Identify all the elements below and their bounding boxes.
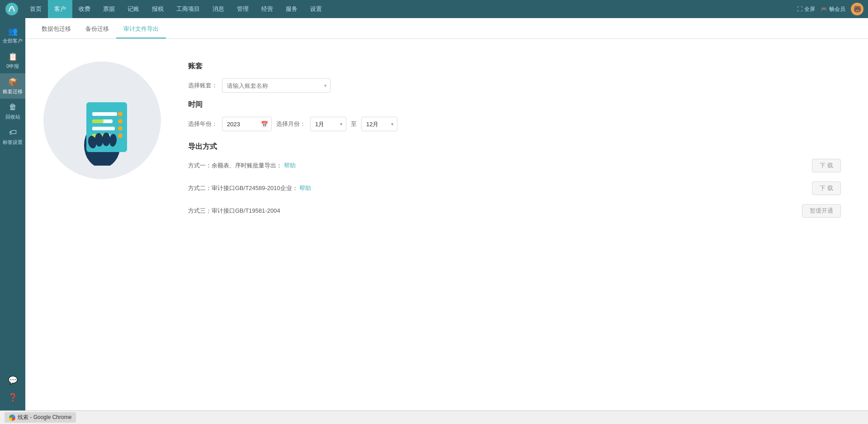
zero-report-icon: 📋 xyxy=(8,52,18,62)
nav-home[interactable]: 首页 xyxy=(24,0,48,18)
nav-customer[interactable]: 客户 xyxy=(48,0,72,18)
svg-rect-5 xyxy=(92,127,115,130)
export-method-1-download-btn[interactable]: 下 载 xyxy=(812,159,841,172)
sidebar-item-zero-report[interactable]: 📋 0申报 xyxy=(0,48,25,73)
app-logo xyxy=(5,2,19,16)
export-method-2: 方式二：审计接口GB/T24589-2010企业： 帮助 下 载 xyxy=(188,181,850,195)
export-method-1: 方式一：余额表、序时账批量导出： 帮助 下 载 xyxy=(188,159,850,172)
nav-service[interactable]: 服务 xyxy=(279,0,304,18)
content-area: 数据包迁移 备份迁移 审计文件导出 xyxy=(25,18,868,410)
help-icon: ❓ xyxy=(8,392,18,402)
to-label: 至 xyxy=(351,120,357,128)
tab-backup-migration[interactable]: 备份迁移 xyxy=(78,20,116,38)
year-label: 选择年份： xyxy=(188,120,217,128)
sidebar-help[interactable]: ❓ xyxy=(0,389,25,406)
year-input-wrapper: 📅 xyxy=(222,117,272,131)
export-method-3-text: 方式三：审计接口GB/T19581-2004 xyxy=(188,207,280,215)
left-sidebar: 👥 全部客户 📋 0申报 📦 账套迁移 🗑 回收站 🏷 标签设置 💬 ❓ xyxy=(0,18,25,410)
chrome-icon xyxy=(9,414,15,421)
fullscreen-btn[interactable]: ⛶ 全屏 xyxy=(797,5,815,13)
taskbar: 线索 - Google Chrome xyxy=(0,410,868,424)
tag-settings-icon: 🏷 xyxy=(8,128,18,138)
illustration-circle xyxy=(43,62,161,179)
account-row: 选择账套： ▾ xyxy=(188,78,850,93)
svg-point-0 xyxy=(5,3,18,15)
month-label: 选择月份： xyxy=(276,120,306,128)
sidebar-item-tag-settings[interactable]: 🏷 标签设置 xyxy=(0,124,25,149)
month-start-wrapper: 1月2月3月4月 5月6月7月8月 9月10月11月12月 xyxy=(310,117,346,131)
nav-operation[interactable]: 经营 xyxy=(255,0,279,18)
svg-point-15 xyxy=(102,133,110,146)
taskbar-chrome[interactable]: 线索 - Google Chrome xyxy=(5,412,76,423)
nav-manage[interactable]: 管理 xyxy=(231,0,255,18)
account-input-wrapper: ▾ xyxy=(222,78,330,93)
svg-rect-3 xyxy=(92,112,117,116)
chat-icon: 💬 xyxy=(8,375,18,385)
calendar-icon: 📅 xyxy=(261,121,268,128)
time-row: 选择年份： 📅 选择月份： 1月2月3月4月 5月6月7月8月 9月10月11月… xyxy=(188,117,850,131)
export-section-title: 导出方式 xyxy=(188,142,850,152)
time-section-title: 时间 xyxy=(188,100,850,110)
all-customers-icon: 👥 xyxy=(8,26,18,36)
account-migration-icon: 📦 xyxy=(8,77,18,87)
month-end-wrapper: 1月2月3月4月 5月6月7月8月 9月10月11月 12月 xyxy=(361,117,397,131)
nav-business[interactable]: 工商项目 xyxy=(170,0,206,18)
month-start-select[interactable]: 1月2月3月4月 5月6月7月8月 9月10月11月12月 xyxy=(310,117,346,131)
month-end-select[interactable]: 1月2月3月4月 5月6月7月8月 9月10月11月 12月 xyxy=(361,117,397,131)
nav-invoice[interactable]: 票据 xyxy=(97,0,121,18)
nav-billing[interactable]: 收费 xyxy=(72,0,97,18)
export-method-2-text: 方式二：审计接口GB/T24589-2010企业： 帮助 xyxy=(188,184,311,192)
avatar[interactable]: 🐻 xyxy=(851,3,863,15)
export-method-3-soon-btn: 暂缓开通 xyxy=(802,204,841,218)
illustration-area xyxy=(43,52,161,397)
form-area: 账套 选择账套： ▾ 时间 选择年份： 📅 选择月份： xyxy=(188,52,850,397)
nav-tax[interactable]: 报税 xyxy=(146,0,170,18)
top-nav: 首页 客户 收费 票据 记账 报税 工商项目 消息 管理 经营 服务 设置 ⛶ … xyxy=(0,0,868,18)
taskbar-chrome-label: 线索 - Google Chrome xyxy=(18,414,71,421)
member-icon: 🎮 xyxy=(821,6,827,12)
export-method-1-text: 方式一：余额表、序时账批量导出： 帮助 xyxy=(188,162,296,170)
recycle-icon: 🗑 xyxy=(8,102,18,112)
sidebar-chat[interactable]: 💬 xyxy=(0,372,25,389)
export-method-3-label: 方式三：审计接口GB/T19581-2004 xyxy=(188,207,280,214)
nav-message[interactable]: 消息 xyxy=(206,0,231,18)
sidebar-item-all-customers[interactable]: 👥 全部客户 xyxy=(0,23,25,48)
tabs-bar: 数据包迁移 备份迁移 审计文件导出 xyxy=(25,18,868,39)
export-method-3: 方式三：审计接口GB/T19581-2004 暂缓开通 xyxy=(188,204,850,218)
sidebar-bottom: 💬 ❓ xyxy=(0,372,25,410)
sidebar-item-account-migration[interactable]: 📦 账套迁移 xyxy=(0,73,25,99)
svg-rect-11 xyxy=(92,119,104,123)
svg-point-8 xyxy=(118,119,123,124)
svg-point-9 xyxy=(118,126,123,131)
fullscreen-icon: ⛶ xyxy=(797,6,802,12)
export-method-1-label: 方式一：余额表、序时账批量导出： xyxy=(188,162,282,169)
main-layout: 👥 全部客户 📋 0申报 📦 账套迁移 🗑 回收站 🏷 标签设置 💬 ❓ xyxy=(0,18,868,410)
nav-items: 首页 客户 收费 票据 记账 报税 工商项目 消息 管理 经营 服务 设置 xyxy=(24,0,797,18)
top-nav-right: ⛶ 全屏 🎮 畅会员 🐻 xyxy=(797,3,863,15)
export-method-2-label: 方式二：审计接口GB/T24589-2010企业： xyxy=(188,185,298,191)
export-method-2-download-btn[interactable]: 下 载 xyxy=(812,181,841,195)
account-input[interactable] xyxy=(222,78,330,93)
nav-settings[interactable]: 设置 xyxy=(304,0,328,18)
nav-bookkeeping[interactable]: 记账 xyxy=(121,0,146,18)
export-method-2-help[interactable]: 帮助 xyxy=(299,185,311,191)
tab-audit-export[interactable]: 审计文件导出 xyxy=(116,20,166,38)
page-content: 账套 选择账套： ▾ 时间 选择年份： 📅 选择月份： xyxy=(25,39,868,410)
account-section-title: 账套 xyxy=(188,62,850,71)
tab-data-migration[interactable]: 数据包迁移 xyxy=(34,20,78,38)
export-method-1-help[interactable]: 帮助 xyxy=(284,162,296,169)
svg-point-10 xyxy=(118,133,123,138)
dropdown-icon: ▾ xyxy=(324,83,327,89)
member-btn[interactable]: 🎮 畅会员 xyxy=(821,5,845,13)
sidebar-item-recycle[interactable]: 🗑 回收站 xyxy=(0,99,25,124)
svg-point-7 xyxy=(118,112,123,116)
account-label: 选择账套： xyxy=(188,81,217,90)
